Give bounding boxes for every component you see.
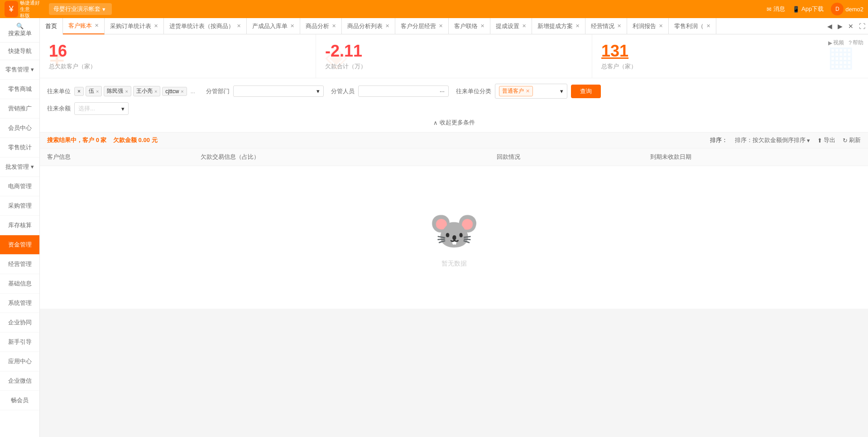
app-download-button[interactable]: 📱 App下载 — [792, 5, 824, 13]
avatar-icon: D — [831, 3, 844, 15]
video-icon: ▶ — [828, 40, 832, 46]
help-icon: ? — [849, 40, 852, 46]
tab-close-inventory-stats[interactable]: ✕ — [237, 23, 241, 29]
person-dropdown-icon: ··· — [440, 88, 445, 95]
balance-dropdown-icon: ▾ — [121, 105, 125, 112]
remove-type-tag[interactable]: ✕ — [526, 88, 530, 94]
tab-cost-storage[interactable]: 产成品入库单✕ — [247, 18, 300, 34]
tab-product-analysis-list[interactable]: 商品分析列表✕ — [342, 18, 395, 34]
person-select[interactable]: ··· — [358, 86, 449, 97]
balance-select[interactable]: 选择... ▾ — [74, 102, 129, 115]
remove-unit-tag-伍[interactable]: × — [96, 89, 99, 94]
unit-type-dropdown-icon: ▾ — [560, 88, 563, 95]
help-button[interactable]: ? 帮助 — [849, 39, 863, 47]
data-table: 客户信息欠款交易信息（占比）回款情况到期未收款日期 🐭 暂无数据 — [40, 148, 868, 309]
app-logo: ¥ — [5, 1, 18, 17]
result-info: 搜索结果中，客户 0 家 欠款金额 0.00 元 — [47, 136, 158, 144]
sidebar-item-capital-mgmt[interactable]: 资金管理 — [0, 235, 39, 255]
sidebar-item-purchase-mgmt[interactable]: 采购管理 — [0, 196, 39, 216]
quick-nav-item[interactable]: 快捷导航 — [0, 43, 39, 60]
messages-button[interactable]: ✉ 消息 — [767, 5, 785, 13]
remove-unit-tag-王小亮[interactable]: × — [154, 89, 157, 94]
tab-close-customer-segment[interactable]: ✕ — [439, 23, 443, 29]
stat-total-debt: ◈ -2.11 欠款合计（万） — [316, 34, 592, 78]
search-menu-item[interactable]: 🔍 搜索菜单 — [0, 18, 39, 43]
sidebar-item-enterprise-coop[interactable]: 企业协同 — [0, 313, 39, 332]
overdue-customers-number: 16 — [49, 42, 96, 61]
dept-select[interactable]: ▾ — [233, 86, 324, 97]
sidebar-item-wholesale-mgmt[interactable]: 批发管理 ▾ — [0, 157, 39, 177]
table-header-欠款交易信息（占比）: 欠款交易信息（占比） — [193, 148, 489, 166]
tab-close-customer-accounts[interactable]: ✕ — [95, 23, 99, 28]
tab-purchase-order-stats[interactable]: 采购订单统计表✕ — [105, 18, 164, 34]
remove-unit-tag-陈民强[interactable]: × — [125, 89, 128, 94]
chevron-down-icon: ▾ — [102, 6, 106, 13]
collapse-filters-btn[interactable]: ∧ 收起更多条件 — [47, 119, 861, 127]
tab-customer-accounts[interactable]: 客户账本✕ — [63, 18, 105, 34]
sidebar-item-basic-info[interactable]: 基础信息 — [0, 274, 39, 294]
sidebar-item-new-guide[interactable]: 新手引导 — [0, 332, 39, 352]
tab-home[interactable]: 首页 — [40, 18, 63, 34]
sidebar-item-retail-mgmt[interactable]: 零售管理 ▾ — [0, 60, 39, 80]
account-dropdown[interactable]: 母婴行业演示帐套 ▾ — [49, 3, 112, 15]
tab-close-raise-settings[interactable]: ✕ — [522, 23, 526, 29]
tab-close-business-situation[interactable]: ✕ — [617, 23, 621, 29]
dept-dropdown-icon: ▾ — [317, 88, 320, 95]
unit-tag-王小亮: 王小亮× — [133, 86, 160, 96]
video-help-button[interactable]: ▶ 视频 — [828, 39, 844, 47]
tab-inventory-stats[interactable]: 进货单统计表（按商品）✕ — [164, 18, 247, 34]
collapse-icon: ∧ — [433, 119, 438, 126]
refresh-button[interactable]: ↻ 刷新 — [843, 136, 861, 144]
tab-profit-report[interactable]: 利润报告✕ — [627, 18, 669, 34]
empty-text: 暂无数据 — [441, 260, 467, 268]
sidebar-item-inventory-check[interactable]: 库存核算 — [0, 216, 39, 235]
sort-dropdown-icon: ▾ — [807, 137, 810, 144]
total-debt-label: 欠款合计（万） — [325, 62, 366, 71]
tab-close-retail-profit[interactable]: ✕ — [706, 23, 710, 29]
tab-nav-right[interactable]: ▶ — [835, 23, 845, 30]
sidebar-item-system-mgmt[interactable]: 系统管理 — [0, 294, 39, 313]
tab-nav-left[interactable]: ◀ — [825, 23, 835, 30]
sidebar-item-enterprise-wechat[interactable]: 企业微信 — [0, 371, 39, 391]
sidebar-item-operations-mgmt[interactable]: 经营管理 — [0, 255, 39, 274]
unit-type-select[interactable]: 普通客户 ✕ ▾ — [495, 84, 567, 99]
export-button[interactable]: ⬆ 导出 — [817, 136, 835, 144]
tab-new-achievement[interactable]: 新增提成方案✕ — [532, 18, 585, 34]
more-tags-btn[interactable]: ... — [191, 88, 195, 95]
tab-product-analysis[interactable]: 商品分析✕ — [300, 18, 342, 34]
sidebar-item-retail-mall[interactable]: 零售商城 — [0, 80, 39, 99]
tab-close-product-analysis[interactable]: ✕ — [332, 23, 336, 29]
tab-close-customer-contact[interactable]: ✕ — [480, 23, 484, 29]
tab-expand[interactable]: ⛶ — [856, 23, 868, 30]
tab-close-profit-report[interactable]: ✕ — [659, 23, 663, 29]
stat-overdue-customers: ¥ 16 总欠款客户（家） — [40, 34, 316, 78]
sort-label: 排序： — [710, 136, 728, 144]
remove-unit-tag-cjttcw[interactable]: × — [181, 89, 183, 94]
sidebar-item-ecommerce-mgmt[interactable]: 电商管理 — [0, 177, 39, 196]
tab-close-new-achievement[interactable]: ✕ — [575, 23, 580, 29]
empty-icon: 🐭 — [429, 207, 480, 254]
sidebar-item-retail-stats[interactable]: 零售统计 — [0, 138, 39, 157]
query-button[interactable]: 查询 — [571, 85, 601, 98]
tab-close-purchase-order-stats[interactable]: ✕ — [154, 23, 158, 29]
sidebar-item-member-center[interactable]: 会员中心 — [0, 119, 39, 138]
table-header-到期未收款日期: 到期未收款日期 — [643, 148, 868, 166]
sidebar-item-member-club[interactable]: 畅会员 — [0, 391, 39, 410]
tab-close-cost-storage[interactable]: ✕ — [290, 23, 294, 29]
sidebar-item-app-center[interactable]: 应用中心 — [0, 352, 39, 371]
tab-retail-profit[interactable]: 零售利润（✕ — [669, 18, 716, 34]
tab-business-situation[interactable]: 经营情况✕ — [585, 18, 627, 34]
stat-total-customers: ▦ 131 总客户（家） ▶ 视频 — [592, 34, 868, 78]
sidebar-item-marketing[interactable]: 营销推广 — [0, 99, 39, 119]
tab-customer-contact[interactable]: 客户联络✕ — [449, 18, 490, 34]
tab-customer-segment[interactable]: 客户分层经营✕ — [395, 18, 449, 34]
tab-raise-settings[interactable]: 提成设置✕ — [490, 18, 532, 34]
unit-filter-label: 往来单位 — [47, 87, 71, 95]
sort-select[interactable]: 排序：按欠款金额倒序排序 ▾ — [735, 136, 810, 144]
arrow-icon: ▾ — [31, 163, 34, 170]
empty-state: 🐭 暂无数据 — [47, 171, 861, 304]
dept-filter-label: 分管部门 — [206, 87, 230, 95]
tab-close-all[interactable]: ✕ — [845, 23, 856, 30]
user-avatar[interactable]: D demo2 — [831, 3, 863, 15]
tab-close-product-analysis-list[interactable]: ✕ — [385, 23, 389, 29]
